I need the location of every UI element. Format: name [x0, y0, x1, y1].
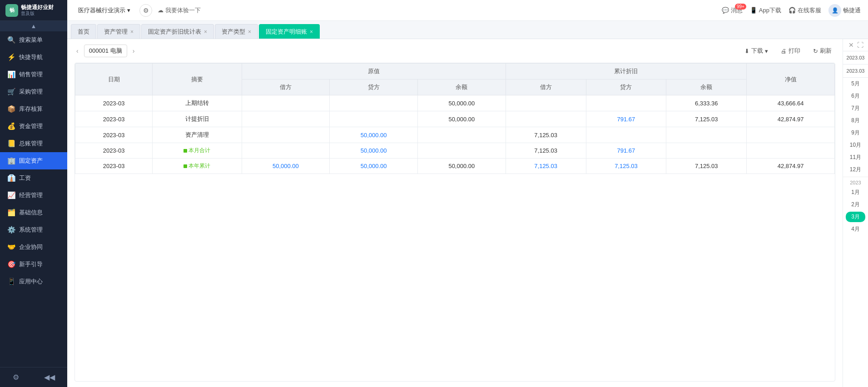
sidebar-item-search[interactable]: 🔍 搜索菜单: [0, 31, 67, 49]
sidebar-item-nav[interactable]: ⚡ 快捷导航: [0, 49, 67, 66]
cell-date: 2023-03: [75, 127, 153, 143]
nav-icon: ⚡: [7, 53, 15, 61]
timeline-expand-btn[interactable]: ⛶: [856, 41, 864, 49]
tabbar: 首页 资产管理 × 固定资产折旧统计表 × 资产类型 × 固定资产明细账 ×: [67, 21, 868, 39]
timeline-month[interactable]: 7月: [843, 102, 868, 114]
sidebar-item-system[interactable]: ⚙️ 系统管理: [0, 221, 67, 238]
sidebar-scroll-up[interactable]: ▲: [0, 21, 67, 31]
timeline-month[interactable]: 3月: [846, 212, 865, 222]
capital-icon: 💰: [7, 122, 15, 130]
company-selector[interactable]: 医疗器械行业演示 ▾: [74, 5, 134, 16]
timeline-month[interactable]: 11月: [843, 151, 868, 164]
timeline-month[interactable]: 1月: [843, 186, 868, 198]
col-group-depreciation: 累计折旧: [506, 64, 746, 79]
timeline-month[interactable]: 4月: [843, 223, 868, 235]
tab-asset-detail-close[interactable]: ×: [310, 29, 313, 35]
timeline-month[interactable]: 10月: [843, 139, 868, 151]
timeline-actions: ✕ ⛶: [843, 39, 868, 51]
tab-home-label: 首页: [78, 28, 89, 36]
experience-button[interactable]: ☁ 我要体验一下: [158, 6, 201, 15]
sidebar-label-ledger: 总账管理: [19, 139, 43, 148]
service-icon: 🎧: [789, 7, 796, 14]
timeline-month[interactable]: 2月: [843, 198, 868, 211]
col-net-value: 净值: [747, 64, 835, 95]
sidebar-item-guide[interactable]: 🎯 新手引导: [0, 256, 67, 273]
cell-amount: 7,125.03: [506, 127, 586, 143]
sidebar-item-fixed-assets[interactable]: 🏢 固定资产: [0, 152, 67, 169]
timeline-month[interactable]: 9月: [843, 127, 868, 139]
cell-amount: [417, 143, 506, 159]
nav-next[interactable]: ›: [131, 46, 137, 55]
ledger-icon: 📒: [7, 139, 15, 148]
timeline-month[interactable]: 6月: [843, 90, 868, 102]
sidebar-label-payroll: 工资: [19, 174, 31, 182]
cell-date: 2023-03: [75, 111, 153, 127]
sidebar-item-apps[interactable]: 📱 应用中心: [0, 273, 67, 290]
tab-asset-type[interactable]: 资产类型 ×: [215, 24, 258, 39]
tab-depreciation-stats[interactable]: 固定资产折旧统计表 ×: [141, 24, 214, 39]
sidebar-item-sales[interactable]: 📊 销售管理: [0, 66, 67, 83]
cell-amount: [586, 127, 666, 143]
timeline-month[interactable]: 5月: [843, 78, 868, 90]
settings-btn[interactable]: ⚙: [9, 371, 23, 383]
sidebar-item-inventory[interactable]: 📦 库存核算: [0, 100, 67, 118]
cell-amount: [666, 143, 747, 159]
download-btn[interactable]: ⬇ 下载 ▾: [741, 45, 772, 57]
nav-prev[interactable]: ‹: [74, 46, 80, 55]
sidebar-label-collaboration: 企业协同: [19, 243, 43, 251]
collapse-btn[interactable]: ◀◀: [40, 371, 59, 383]
service-action[interactable]: 🎧 在线客服: [789, 6, 821, 15]
message-badge: 99+: [735, 4, 746, 10]
user-action[interactable]: 👤 畅捷通: [828, 4, 861, 17]
message-action[interactable]: 💬 消息 99+: [722, 6, 743, 15]
topbar-right: 💬 消息 99+ 📱 App下载 🎧 在线客服 👤 畅捷通: [722, 4, 861, 17]
download-icon: 📱: [750, 7, 757, 14]
col-debit1: 借方: [242, 79, 330, 95]
app-logo: 畅 畅捷通好业财 普及版: [0, 0, 67, 21]
table-row: 2023-03 本月合计 50,000.00 7,125.03 791.67: [75, 143, 835, 159]
timeline-month[interactable]: 12月: [843, 164, 868, 176]
timeline-close-btn[interactable]: ✕: [847, 41, 855, 49]
tab-asset-type-close[interactable]: ×: [248, 29, 251, 35]
sidebar-item-capital[interactable]: 💰 资金管理: [0, 118, 67, 135]
purchase-icon: 🛒: [7, 88, 15, 96]
col-summary: 摘要: [153, 64, 242, 95]
sidebar-item-payroll[interactable]: 👔 工资: [0, 169, 67, 187]
tab-asset-mgmt[interactable]: 资产管理 ×: [97, 24, 140, 39]
sidebar-item-ledger[interactable]: 📒 总账管理: [0, 135, 67, 152]
tab-depreciation-stats-label: 固定资产折旧统计表: [148, 28, 201, 36]
asset-code-display: 000001 电脑: [84, 45, 127, 57]
data-table-container: 日期 摘要 原值 累计折旧 净值 借方 贷方 余额 借方 贷方 余额: [74, 63, 835, 382]
cell-amount: 50,000.00: [330, 127, 418, 143]
cell-amount: 50,000.00: [417, 95, 506, 111]
cell-amount: 7,125.03: [506, 143, 586, 159]
tab-asset-mgmt-close[interactable]: ×: [130, 29, 134, 35]
table-row: 2023-03 计提折旧 50,000.00 791.67 7,125.03 4…: [75, 111, 835, 127]
sidebar-menu: 🔍 搜索菜单 ⚡ 快捷导航 📊 销售管理 🛒 采购管理 📦 库存核算 💰 资金管…: [0, 31, 67, 367]
payroll-icon: 👔: [7, 174, 15, 182]
sidebar-item-basic-info[interactable]: 🗂️ 基础信息: [0, 204, 67, 221]
cell-amount: 42,874.97: [747, 111, 835, 127]
sidebar-label-sales: 销售管理: [19, 70, 43, 79]
sidebar-label-guide: 新手引导: [19, 260, 43, 268]
tab-depreciation-stats-close[interactable]: ×: [204, 29, 207, 35]
cell-amount: 7,125.03: [666, 111, 747, 127]
search-icon: 🔍: [7, 36, 15, 44]
sidebar-label-fixed-assets: 固定资产: [19, 157, 43, 165]
sidebar: 畅 畅捷通好业财 普及版 ▲ 🔍 搜索菜单 ⚡ 快捷导航 📊 销售管理 🛒 采购…: [0, 0, 67, 387]
tab-asset-detail[interactable]: 固定资产明细账 ×: [259, 24, 320, 39]
cell-amount: [586, 95, 666, 111]
sidebar-item-collaboration[interactable]: 🤝 企业协同: [0, 238, 67, 256]
cell-amount: 791.67: [586, 143, 666, 159]
refresh-icon: ↻: [813, 48, 818, 55]
sidebar-item-operations[interactable]: 📈 经营管理: [0, 187, 67, 204]
cell-amount: 6,333.36: [666, 95, 747, 111]
download-action[interactable]: 📱 App下载: [750, 6, 781, 15]
timeline-month[interactable]: 8月: [843, 114, 868, 127]
refresh-btn[interactable]: ↻ 刷新: [809, 45, 835, 57]
cell-amount: [242, 95, 330, 111]
tab-home[interactable]: 首页: [71, 24, 96, 39]
print-btn[interactable]: 🖨 打印: [777, 45, 804, 57]
sidebar-item-purchase[interactable]: 🛒 采购管理: [0, 83, 67, 100]
settings-icon[interactable]: ⚙: [139, 4, 152, 17]
